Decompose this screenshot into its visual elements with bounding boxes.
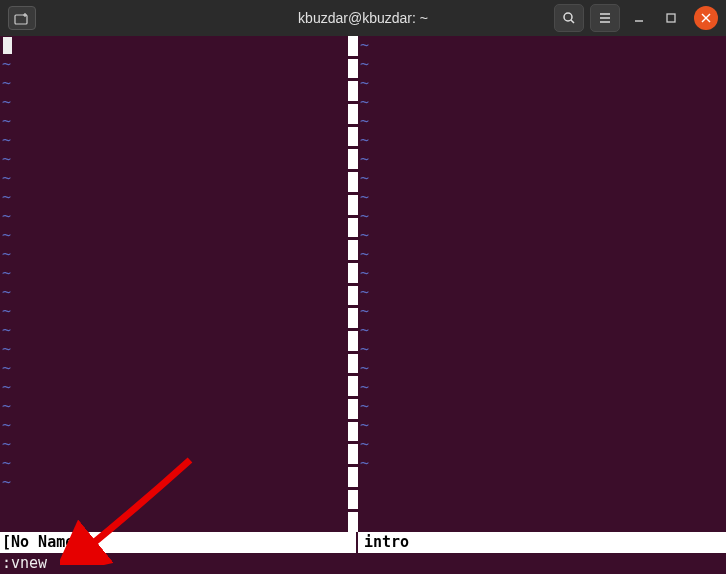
- tilde-row: ~: [0, 283, 358, 302]
- tilde-row: ~: [358, 264, 726, 283]
- tilde-row: ~: [358, 397, 726, 416]
- tilde-row: ~: [0, 435, 358, 454]
- menu-button[interactable]: [590, 4, 620, 32]
- tilde-row: ~: [0, 473, 358, 492]
- maximize-icon: [665, 12, 677, 24]
- tilde-row: ~: [0, 321, 358, 340]
- close-button[interactable]: [694, 6, 718, 30]
- window-title: kbuzdar@kbuzdar: ~: [298, 10, 428, 26]
- tilde-row: ~: [358, 340, 726, 359]
- search-icon: [562, 11, 576, 25]
- vim-statusline: [No Name] intro: [0, 532, 726, 553]
- tilde-row: ~: [358, 207, 726, 226]
- tilde-row: ~: [358, 74, 726, 93]
- tilde-row: ~: [0, 416, 358, 435]
- hamburger-icon: [598, 11, 612, 25]
- vim-vertical-divider: [348, 36, 358, 532]
- vim-pane-right[interactable]: ~~~~~~~~~~~~~~~~~~~~~~~: [358, 36, 726, 532]
- tilde-row: ~: [0, 264, 358, 283]
- tilde-row: ~: [358, 245, 726, 264]
- tilde-row: ~: [0, 188, 358, 207]
- titlebar-right: [554, 4, 718, 32]
- tilde-row: ~: [0, 245, 358, 264]
- tilde-row: ~: [358, 378, 726, 397]
- tilde-row: ~: [358, 416, 726, 435]
- tilde-row: ~: [0, 340, 358, 359]
- tilde-row: ~: [0, 93, 358, 112]
- tilde-row: ~: [358, 321, 726, 340]
- minimize-button[interactable]: [626, 5, 652, 31]
- tilde-row: ~: [0, 454, 358, 473]
- tilde-row: ~: [358, 93, 726, 112]
- text-cursor: [3, 37, 12, 54]
- tilde-row: ~: [358, 226, 726, 245]
- tilde-row: ~: [0, 74, 358, 93]
- pane-content-left: ~~~~~~~~~~~~~~~~~~~~~~~: [0, 36, 358, 492]
- minimize-icon: [633, 12, 645, 24]
- statusline-left: [No Name]: [0, 532, 358, 553]
- vim-pane-left[interactable]: ~~~~~~~~~~~~~~~~~~~~~~~: [0, 36, 358, 532]
- tilde-row: ~: [358, 55, 726, 74]
- tilde-row: ~: [0, 131, 358, 150]
- tilde-row: ~: [358, 112, 726, 131]
- tilde-row: ~: [358, 150, 726, 169]
- tilde-row: ~: [0, 359, 358, 378]
- tilde-row: ~: [358, 435, 726, 454]
- tilde-row: ~: [0, 112, 358, 131]
- tilde-row: ~: [358, 36, 726, 55]
- close-icon: [701, 13, 711, 23]
- maximize-button[interactable]: [658, 5, 684, 31]
- tilde-row: ~: [0, 55, 358, 74]
- titlebar-left: [8, 6, 36, 30]
- tilde-row: ~: [0, 150, 358, 169]
- tilde-row: ~: [0, 226, 358, 245]
- new-tab-button[interactable]: [8, 6, 36, 30]
- tilde-row: ~: [358, 188, 726, 207]
- svg-rect-7: [667, 14, 675, 22]
- tilde-row: ~: [358, 283, 726, 302]
- pane-content-right: ~~~~~~~~~~~~~~~~~~~~~~~: [358, 36, 726, 473]
- tilde-row: ~: [0, 207, 358, 226]
- tilde-row: ~: [0, 302, 358, 321]
- tilde-row: [0, 36, 358, 55]
- tilde-row: ~: [358, 131, 726, 150]
- tilde-row: ~: [0, 378, 358, 397]
- vim-commandline[interactable]: :vnew: [0, 553, 726, 574]
- search-button[interactable]: [554, 4, 584, 32]
- new-tab-icon: [14, 11, 30, 25]
- svg-point-1: [564, 13, 572, 21]
- window-titlebar: kbuzdar@kbuzdar: ~: [0, 0, 726, 36]
- tilde-row: ~: [358, 169, 726, 188]
- terminal-area[interactable]: ~~~~~~~~~~~~~~~~~~~~~~~ ~~~~~~~~~~~~~~~~…: [0, 36, 726, 574]
- vim-split-panes: ~~~~~~~~~~~~~~~~~~~~~~~ ~~~~~~~~~~~~~~~~…: [0, 36, 726, 532]
- tilde-row: ~: [0, 397, 358, 416]
- tilde-row: ~: [358, 359, 726, 378]
- tilde-row: ~: [358, 454, 726, 473]
- tilde-row: ~: [358, 302, 726, 321]
- svg-line-2: [571, 20, 574, 23]
- statusline-right: intro: [358, 532, 726, 553]
- tilde-row: ~: [0, 169, 358, 188]
